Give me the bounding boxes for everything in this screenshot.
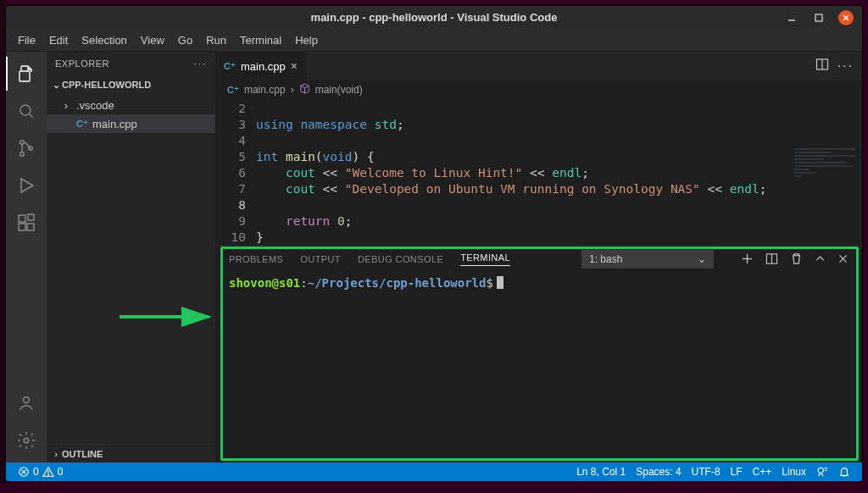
svg-point-16 — [24, 438, 29, 443]
sidebar-header: EXPLORER ··· — [47, 52, 215, 75]
line-number: 6 — [215, 165, 246, 181]
breadcrumb[interactable]: C⁺ main.cpp › main(void) — [215, 80, 862, 99]
line-number: 9 — [215, 213, 246, 230]
menu-file[interactable]: File — [11, 30, 42, 50]
status-feedback-icon[interactable] — [811, 463, 833, 481]
chevron-right-icon: › — [60, 99, 72, 112]
activity-run-debug-icon[interactable] — [6, 169, 47, 202]
panel-tab-output[interactable]: OUTPUT — [300, 254, 341, 264]
tree-file-main-cpp[interactable]: C⁺ main.cpp — [47, 114, 215, 133]
code-editor[interactable]: 2 3 4 5 6 7 8 9 10 using namespace std; … — [215, 99, 862, 245]
status-errors-warnings[interactable]: 0 0 — [13, 463, 68, 481]
tree-folder-vscode[interactable]: › .vscode — [47, 96, 215, 114]
split-editor-icon[interactable] — [815, 58, 829, 75]
main-area: EXPLORER ··· ⌄ CPP-HELLOWORLD › .vscode … — [6, 52, 862, 463]
code-body[interactable]: using namespace std; int main(void) { co… — [256, 99, 862, 245]
panel-tab-problems[interactable]: PROBLEMS — [229, 254, 283, 264]
activity-accounts-icon[interactable] — [6, 386, 47, 420]
cpp-file-icon: C⁺ — [76, 119, 88, 130]
editor-more-icon[interactable]: ··· — [837, 58, 854, 74]
status-eol[interactable]: LF — [726, 463, 748, 481]
sidebar-project-header[interactable]: ⌄ CPP-HELLOWORLD — [47, 75, 215, 94]
close-panel-icon[interactable] — [837, 253, 849, 266]
explorer-sidebar: EXPLORER ··· ⌄ CPP-HELLOWORLD › .vscode … — [47, 52, 215, 463]
status-indentation[interactable]: Spaces: 4 — [631, 463, 686, 481]
prompt-path: ~/Projects/cpp-helloworld — [308, 276, 487, 290]
cpp-file-icon: C⁺ — [227, 85, 239, 96]
sidebar-outline-header[interactable]: › OUTLINE — [47, 444, 215, 463]
status-cursor-position[interactable]: Ln 8, Col 1 — [571, 463, 631, 481]
minimize-button[interactable] — [784, 10, 799, 25]
activity-extensions-icon[interactable] — [6, 206, 47, 240]
svg-marker-10 — [21, 179, 33, 192]
kill-terminal-icon[interactable] — [790, 252, 803, 267]
prompt-user: shovon@s01 — [229, 276, 300, 290]
line-number: 8 — [215, 197, 246, 213]
svg-point-32 — [47, 474, 48, 475]
menu-edit[interactable]: Edit — [42, 30, 75, 50]
prompt-end: $ — [486, 276, 492, 290]
tree-item-label: .vscode — [76, 99, 114, 112]
menu-selection[interactable]: Selection — [75, 30, 133, 50]
activity-settings-icon[interactable] — [6, 424, 47, 457]
panel-tab-terminal[interactable]: TERMINAL — [460, 252, 510, 266]
maximize-button[interactable] — [811, 10, 826, 25]
terminal-body[interactable]: shovon@s01:~/Projects/cpp-helloworld$ — [215, 273, 862, 463]
svg-point-8 — [20, 152, 24, 156]
editor-tab-label: main.cpp — [241, 60, 286, 73]
menu-help[interactable]: Help — [288, 30, 325, 50]
window-controls — [784, 6, 859, 29]
svg-rect-13 — [27, 224, 34, 230]
svg-point-7 — [20, 141, 24, 144]
sidebar-project-name: CPP-HELLOWORLD — [62, 80, 151, 90]
panel-tab-bar: PROBLEMS OUTPUT DEBUG CONSOLE TERMINAL 1… — [215, 246, 862, 273]
editor-tab-actions: ··· — [807, 52, 862, 80]
activity-search-icon[interactable] — [6, 94, 47, 128]
editor-tab-main-cpp[interactable]: C⁺ main.cpp × — [215, 52, 307, 80]
status-language[interactable]: C++ — [748, 463, 777, 481]
terminal-selector[interactable]: 1: bash ⌄ — [581, 250, 714, 269]
vscode-window: main.cpp - cpp-helloworld - Visual Studi… — [5, 5, 863, 482]
activity-explorer-icon[interactable] — [6, 57, 47, 91]
line-number: 10 — [215, 230, 246, 246]
status-notifications-icon[interactable] — [833, 463, 855, 481]
panel-tab-debug-console[interactable]: DEBUG CONSOLE — [358, 254, 443, 264]
prompt-sep: : — [300, 276, 307, 290]
close-tab-icon[interactable]: × — [291, 59, 298, 73]
sidebar-more-icon[interactable]: ··· — [194, 58, 207, 69]
status-errors-count: 0 — [33, 466, 39, 478]
editor-group: C⁺ main.cpp × ··· C⁺ main.cpp › m — [215, 52, 862, 463]
window-titlebar: main.cpp - cpp-helloworld - Visual Studi… — [6, 6, 862, 29]
tree-item-label: main.cpp — [92, 118, 137, 130]
editor-tab-bar: C⁺ main.cpp × ··· — [215, 52, 862, 80]
svg-rect-4 — [19, 71, 30, 81]
activity-source-control-icon[interactable] — [6, 131, 47, 165]
menu-run[interactable]: Run — [199, 30, 233, 50]
terminal-selector-label: 1: bash — [589, 253, 622, 265]
breadcrumb-file: main.cpp — [244, 84, 286, 96]
menu-go[interactable]: Go — [171, 30, 199, 50]
svg-point-15 — [24, 397, 30, 403]
status-os[interactable]: Linux — [776, 463, 811, 481]
menu-view[interactable]: View — [134, 30, 171, 50]
line-number: 7 — [215, 181, 246, 197]
status-encoding[interactable]: UTF-8 — [687, 463, 726, 481]
sidebar-outline-label: OUTLINE — [62, 449, 103, 459]
svg-rect-14 — [28, 214, 34, 220]
error-icon — [18, 466, 30, 478]
line-number: 4 — [215, 133, 246, 149]
cpp-file-icon: C⁺ — [224, 61, 236, 72]
menu-terminal[interactable]: Terminal — [233, 30, 288, 50]
warning-icon — [42, 466, 54, 478]
breadcrumb-separator: › — [291, 84, 294, 96]
line-number: 5 — [215, 149, 246, 165]
maximize-panel-icon[interactable] — [815, 253, 826, 266]
split-terminal-icon[interactable] — [765, 252, 778, 267]
window-title: main.cpp - cpp-helloworld - Visual Studi… — [6, 11, 862, 24]
close-button[interactable] — [838, 10, 854, 25]
svg-point-33 — [818, 468, 823, 473]
new-terminal-icon[interactable] — [741, 252, 754, 267]
status-bar: 0 0 Ln 8, Col 1 Spaces: 4 UTF-8 LF C++ L… — [6, 463, 862, 481]
breadcrumb-symbol: main(void) — [315, 84, 363, 96]
chevron-right-icon: › — [50, 449, 62, 459]
